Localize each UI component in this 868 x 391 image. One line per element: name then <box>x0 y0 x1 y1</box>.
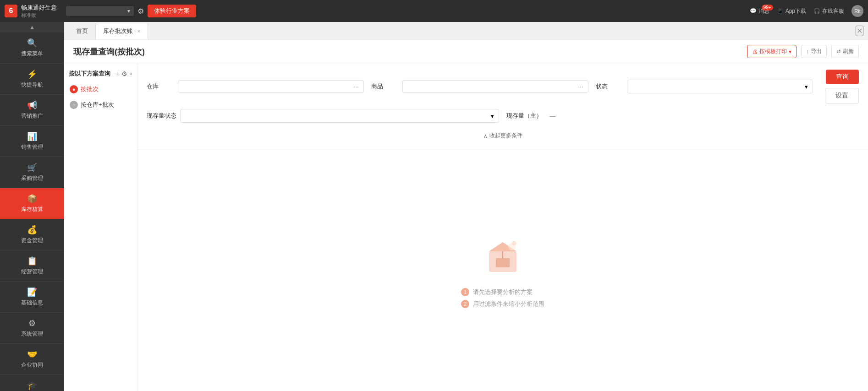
template-print-btn[interactable]: 🖨 按模板打印 ▾ <box>747 45 797 58</box>
sidebar-item-system[interactable]: ⚙ 系统管理 <box>0 313 64 344</box>
sidebar-item-label: 企业协同 <box>21 361 43 369</box>
sidebar-item-label: 库存核算 <box>21 206 43 213</box>
left-panel-collapse-btn[interactable]: « <box>129 71 132 77</box>
tab-home[interactable]: 首页 <box>69 23 95 39</box>
refresh-btn[interactable]: ↺ 刷新 <box>831 45 859 58</box>
warehouse-label: 仓库 <box>147 82 174 91</box>
app-download-label: App下载 <box>786 7 806 15</box>
sidebar-item-label: 销售管理 <box>21 143 43 151</box>
user-profile-btn[interactable]: Rit <box>852 5 863 17</box>
product-dots: ··· <box>578 83 583 90</box>
page-header: 现存量查询(按批次) 🖨 按模板打印 ▾ ↑ 导出 ↺ 刷新 <box>64 40 868 63</box>
tab-home-label: 首页 <box>76 27 88 34</box>
content-area: 首页 库存批次账 × ✕ 现存量查询(按批次) 🖨 按模板打印 ▾ ↑ 导出 <box>64 22 868 391</box>
search-icon: 🔍 <box>27 38 37 48</box>
tab-inventory-batch-label: 库存批次账 <box>103 27 133 34</box>
add-scheme-btn[interactable]: + <box>116 70 120 77</box>
scheme-label-batch: 按批次 <box>81 85 99 93</box>
left-panel: 按以下方案查询 + ⚙ « ● 按批次 ○ 按仓库+批次 <box>64 63 137 391</box>
marketing-icon: 📢 <box>27 100 37 110</box>
print-icon: 🖨 <box>752 49 758 55</box>
filter-buttons: 查询 设置 <box>820 70 859 103</box>
filter-group-warehouse: 仓库 ··· <box>147 80 364 93</box>
filter-settings-btn[interactable]: 设置 <box>825 88 859 103</box>
stock-qty-dash: — <box>546 113 559 119</box>
scheme-settings-btn[interactable]: ⚙ <box>121 70 127 77</box>
sidebar-item-operations[interactable]: 📋 经营管理 <box>0 250 64 282</box>
tip-text-1: 请先选择要分析的方案 <box>473 288 533 296</box>
topbar-search-area[interactable]: ▾ <box>66 6 134 16</box>
tip-num-2: 2 <box>461 300 469 308</box>
app-download-icon: 📱 <box>777 8 784 14</box>
sidebar-item-finance[interactable]: 💰 资金管理 <box>0 219 64 250</box>
filter-row-1: 仓库 ··· 商品 ··· <box>147 70 859 103</box>
svg-point-5 <box>512 241 516 245</box>
scheme-label-warehouse-batch: 按仓库+批次 <box>81 101 114 109</box>
stock-status-label: 现存量状态 <box>147 112 176 120</box>
left-panel-header: 按以下方案查询 + ⚙ « <box>64 68 137 81</box>
message-btn[interactable]: 💬 消息 99+ <box>750 7 769 15</box>
operations-icon: 📋 <box>27 256 37 266</box>
main-layout: ▲ 🔍 搜索菜单 ⚡ 快捷导航 📢 营销推广 📊 销售管理 🛒 采购管理 📦 库… <box>0 22 868 391</box>
message-badge: 99+ <box>762 5 773 11</box>
scheme-item-batch[interactable]: ● 按批次 <box>64 81 137 97</box>
sidebar-item-quicknav[interactable]: ⚡ 快捷导航 <box>0 64 64 95</box>
brand-sub: 标准版 <box>21 12 57 19</box>
stock-status-select[interactable]: ▾ <box>180 109 499 123</box>
topbar-gear-btn[interactable]: ⚙ <box>137 7 144 16</box>
sidebar-item-enterprise[interactable]: 🤝 企业协同 <box>0 344 64 375</box>
trial-btn[interactable]: 体验行业方案 <box>148 5 196 17</box>
sidebar-item-label: 资金管理 <box>21 237 43 244</box>
sidebar-item-label: 基础信息 <box>21 299 43 307</box>
left-panel-title: 按以下方案查询 <box>69 70 110 78</box>
query-btn[interactable]: 查询 <box>826 70 859 84</box>
enterprise-icon: 🤝 <box>27 349 37 359</box>
headset-icon: 🎧 <box>813 8 820 14</box>
filter-group-stock-qty: 现存量（主） — <box>506 112 859 120</box>
sidebar-item-label: 系统管理 <box>21 330 43 338</box>
topbar-dropdown-btn[interactable]: ▾ <box>127 8 130 14</box>
avatar: Rit <box>852 5 863 17</box>
filter-group-stock-status: 现存量状态 ▾ <box>147 109 499 123</box>
tip-num-1: 1 <box>461 288 469 296</box>
export-label: 导出 <box>811 48 822 55</box>
empty-state: 1 请先选择要分析的方案 2 用过滤条件来缩小分析范围 <box>137 150 868 391</box>
quicknav-icon: ⚡ <box>27 69 37 79</box>
app-logo: 6 <box>5 5 17 17</box>
status-dropdown-icon: ▾ <box>805 83 808 90</box>
panel-close-btn[interactable]: ✕ <box>856 26 863 36</box>
system-icon: ⚙ <box>28 318 36 328</box>
topbar-center: ▾ ⚙ 体验行业方案 <box>57 5 750 17</box>
topbar-right: 💬 消息 99+ 📱 App下载 🎧 在线客服 Rit <box>750 5 863 17</box>
scheme-item-warehouse-batch[interactable]: ○ 按仓库+批次 <box>64 97 137 113</box>
warehouse-input[interactable]: ··· <box>178 80 364 93</box>
online-service-btn[interactable]: 🎧 在线客服 <box>813 7 844 15</box>
sidebar-item-basics[interactable]: 📝 基础信息 <box>0 282 64 313</box>
finance-icon: 💰 <box>27 225 37 235</box>
product-input[interactable]: ··· <box>402 80 588 93</box>
template-print-label: 按模板打印 <box>759 48 787 55</box>
sidebar-item-search[interactable]: 🔍 搜索菜单 <box>0 33 64 64</box>
export-icon: ↑ <box>806 49 809 55</box>
tab-close-icon[interactable]: × <box>137 28 140 34</box>
sidebar-item-newbie[interactable]: 🎓 新手引导 <box>0 375 64 391</box>
app-download-btn[interactable]: 📱 App下载 <box>777 7 806 15</box>
collapse-more-btn[interactable]: ∧ 收起更多条件 <box>147 128 859 143</box>
filter-row-2: 现存量状态 ▾ 现存量（主） — <box>147 109 859 123</box>
empty-tip-1: 1 请先选择要分析的方案 <box>461 288 544 296</box>
sidebar-item-purchase[interactable]: 🛒 采购管理 <box>0 157 64 188</box>
topbar-search-input[interactable] <box>70 8 125 14</box>
collapse-more-label: 收起更多条件 <box>489 132 522 140</box>
left-panel-actions: + ⚙ « <box>116 70 132 77</box>
export-btn[interactable]: ↑ 导出 <box>801 45 827 58</box>
sales-icon: 📊 <box>27 131 37 141</box>
tab-inventory-batch[interactable]: 库存批次账 × <box>95 23 148 39</box>
sidebar-scroll-up[interactable]: ▲ <box>0 22 64 33</box>
page-header-actions: 🖨 按模板打印 ▾ ↑ 导出 ↺ 刷新 <box>747 45 859 58</box>
status-select[interactable]: ▾ <box>627 80 813 93</box>
sidebar-item-marketing[interactable]: 📢 营销推广 <box>0 95 64 126</box>
sidebar-item-inventory[interactable]: 📦 库存核算 <box>0 188 64 219</box>
sidebar-item-sales[interactable]: 📊 销售管理 <box>0 126 64 157</box>
inventory-icon: 📦 <box>27 194 37 204</box>
empty-tip-2: 2 用过滤条件来缩小分析范围 <box>461 300 544 308</box>
